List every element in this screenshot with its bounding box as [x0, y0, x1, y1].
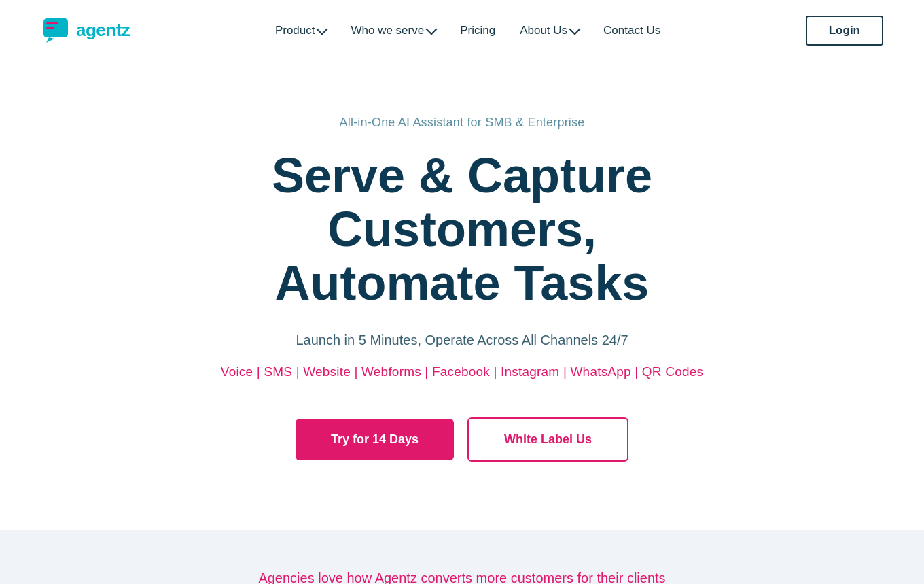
white-label-us-button[interactable]: White Label Us	[467, 417, 628, 462]
nav-links: Product Who we serve Pricing About Us Co…	[266, 18, 670, 43]
hero-tagline: All-in-One AI Assistant for SMB & Enterp…	[340, 116, 585, 130]
chevron-down-icon	[569, 23, 581, 35]
hero-title: Serve & Capture Customers, Automate Task…	[163, 149, 761, 311]
nav-item-product[interactable]: Product	[266, 18, 336, 43]
hero-buttons: Try for 14 Days White Label Us	[296, 417, 628, 462]
nav-item-who-we-serve[interactable]: Who we serve	[341, 18, 445, 43]
logo-icon	[41, 14, 73, 47]
chevron-down-icon	[426, 23, 438, 35]
navbar: agentz Product Who we serve Pricing Abou…	[0, 0, 924, 61]
login-button[interactable]: Login	[806, 16, 883, 46]
svg-rect-1	[46, 22, 58, 24]
bottom-tagline: Agencies love how Agentz converts more c…	[41, 570, 883, 584]
nav-item-about-us[interactable]: About Us	[510, 18, 588, 43]
hero-subtitle: Launch in 5 Minutes, Operate Across All …	[296, 332, 628, 348]
nav-link-about-us[interactable]: About Us	[510, 18, 588, 43]
nav-link-pricing[interactable]: Pricing	[450, 18, 505, 43]
nav-link-contact-us[interactable]: Contact Us	[594, 18, 670, 43]
bottom-section: Agencies love how Agentz converts more c…	[0, 530, 924, 584]
nav-link-who-we-serve[interactable]: Who we serve	[341, 18, 445, 43]
hero-section: All-in-One AI Assistant for SMB & Enterp…	[0, 61, 924, 530]
nav-item-pricing[interactable]: Pricing	[450, 18, 505, 43]
chevron-down-icon	[317, 23, 328, 35]
logo-text: agentz	[76, 20, 130, 41]
nav-link-product[interactable]: Product	[266, 18, 336, 43]
try-for-14-days-button[interactable]: Try for 14 Days	[296, 419, 454, 460]
svg-rect-2	[46, 27, 54, 29]
hero-channels: Voice | SMS | Website | Webforms | Faceb…	[221, 364, 703, 379]
logo[interactable]: agentz	[41, 14, 130, 47]
svg-marker-3	[46, 37, 54, 43]
nav-item-contact-us[interactable]: Contact Us	[594, 18, 670, 43]
